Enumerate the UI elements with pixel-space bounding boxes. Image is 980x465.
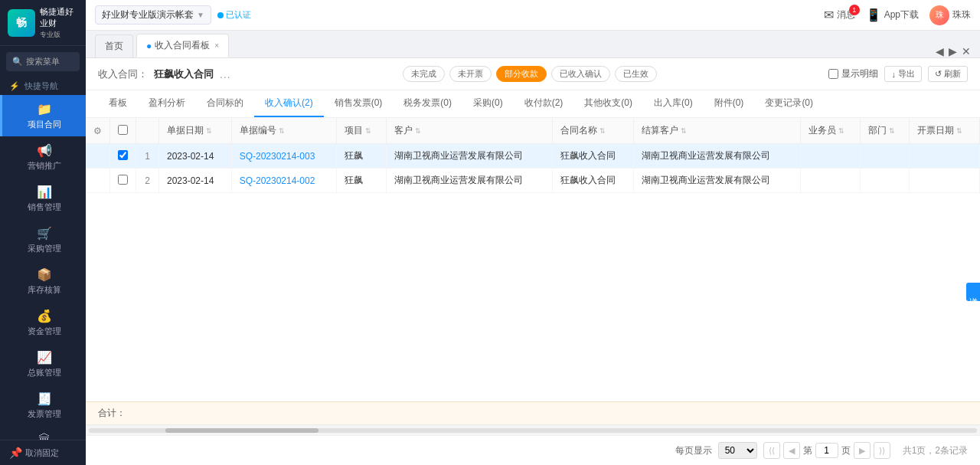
th-settings[interactable]: ⚙ — [86, 118, 110, 144]
row-number[interactable]: SQ-20230214-003 — [231, 144, 337, 169]
per-page-select[interactable]: 50 20 100 — [718, 442, 757, 459]
purchase-icon: 🛒 — [37, 225, 52, 241]
scrollbar-track — [89, 428, 977, 433]
tab-sales-invoice[interactable]: 销售发票(0) — [324, 90, 394, 117]
show-detail-checkbox[interactable] — [828, 69, 838, 79]
row-project: 狂飙 — [337, 169, 386, 193]
sidebar-item-ledger[interactable]: 📈 总账管理 — [0, 343, 86, 385]
more-options-button[interactable]: ... — [220, 68, 231, 80]
inventory-icon: 📦 — [37, 267, 52, 282]
tab-other-receipts[interactable]: 其他收支(0) — [573, 90, 643, 117]
tab-change-log[interactable]: 变更记录(0) — [754, 90, 824, 117]
status-incomplete-btn[interactable]: 未完成 — [403, 66, 445, 82]
sidebar-item-sales[interactable]: 📊 销售管理 — [0, 178, 86, 219]
tab-warehouse[interactable]: 出入库(0) — [643, 90, 704, 117]
row-project: 狂飙 — [337, 144, 386, 169]
tab-profit[interactable]: 盈利分析 — [138, 90, 196, 117]
row-date: 2023-02-14 — [159, 144, 232, 169]
app-download-button[interactable]: 📱 App下载 — [866, 8, 919, 22]
tab-contract-subject[interactable]: 合同标的 — [196, 90, 254, 117]
sidebar-item-inventory[interactable]: 📦 库存核算 — [0, 260, 86, 302]
row-select-checkbox[interactable] — [118, 175, 128, 185]
th-project[interactable]: 项目 ⇅ — [337, 118, 386, 144]
table-area[interactable]: ⚙ 单据日期 ⇅ — [86, 118, 980, 401]
refresh-button[interactable]: ↺ 刷新 — [928, 66, 968, 82]
company-selector[interactable]: 好业财专业版演示帐套 ▼ — [95, 5, 211, 25]
sort-icon: ⇅ — [956, 127, 962, 135]
status-partial-btn[interactable]: 部分收款 — [496, 66, 547, 82]
status-confirmed-btn[interactable]: 已收入确认 — [551, 66, 610, 82]
topbar: 好业财专业版演示帐套 ▼ 已认证 ✉ 1 消息 📱 App下载 珠 珠珠 — [86, 0, 980, 31]
tab-prev-button[interactable]: ◀ — [936, 45, 944, 57]
page-number-input[interactable] — [815, 443, 838, 458]
page-last-button[interactable]: ⟩⟩ — [874, 442, 890, 459]
table-row[interactable]: 1 2023-02-14 SQ-20230214-003 狂飙 湖南卫视商业运营… — [86, 144, 980, 169]
tab-close-all-button[interactable]: ✕ — [962, 45, 971, 57]
tab-tax-invoice[interactable]: 税务发票(0) — [393, 90, 462, 117]
tab-revenue-confirm[interactable]: 收入确认(2) — [254, 90, 324, 117]
contract-title-name: 狂飙收入合同 — [154, 67, 214, 81]
th-date[interactable]: 单据日期 ⇅ — [159, 118, 232, 144]
sidebar-item-invoice[interactable]: 🧾 发票管理 — [0, 385, 86, 426]
detail-side-panel-button[interactable]: 详情 — [966, 283, 980, 301]
row-select-checkbox[interactable] — [118, 150, 128, 160]
row-number-link[interactable]: SQ-20230214-003 — [240, 151, 315, 162]
sidebar-item-purchase[interactable]: 🛒 采购管理 — [0, 219, 86, 260]
tab-nav-controls: ◀ ▶ ✕ — [936, 45, 971, 57]
th-checkbox[interactable] — [110, 118, 136, 144]
row-number[interactable]: SQ-20230214-002 — [231, 169, 337, 193]
unpin-button[interactable]: 📌 取消固定 — [0, 440, 86, 465]
sidebar-item-project-contract[interactable]: 📁 项目合同 — [0, 95, 86, 136]
row-checkbox[interactable] — [110, 144, 136, 169]
horizontal-scrollbar[interactable] — [86, 424, 980, 435]
sidebar-item-tax[interactable]: 🏛 税务管理 — [0, 426, 86, 440]
sidebar-nav: 📁 项目合同 📢 营销推广 📊 销售管理 🛒 采购管理 📦 库存核算 💰 资金管… — [0, 95, 86, 440]
th-settlement-customer[interactable]: 结算客户 ⇅ — [634, 118, 800, 144]
th-contract-name[interactable]: 合同名称 ⇅ — [552, 118, 634, 144]
th-open-date[interactable]: 开票日期 ⇅ — [910, 118, 980, 144]
sort-icon: ⇅ — [279, 127, 285, 135]
row-open-date — [910, 169, 980, 193]
user-avatar-area[interactable]: 珠 珠珠 — [929, 5, 971, 25]
message-button[interactable]: ✉ 1 消息 — [824, 8, 855, 22]
row-checkbox[interactable] — [110, 169, 136, 193]
tab-board[interactable]: 看板 — [98, 90, 138, 117]
tab-attachments[interactable]: 附件(0) — [704, 90, 755, 117]
scrollbar-thumb[interactable] — [165, 428, 318, 433]
status-uninvoiced-btn[interactable]: 未开票 — [449, 66, 492, 82]
tab-payment[interactable]: 收付款(2) — [514, 90, 574, 117]
page-next-button[interactable]: ▶ — [854, 442, 871, 459]
th-number[interactable]: 单据编号 ⇅ — [231, 118, 337, 144]
invoice-icon: 🧾 — [37, 391, 52, 406]
close-icon[interactable]: × — [214, 41, 219, 50]
notification-badge: 1 — [849, 5, 860, 15]
contract-actions: 显示明细 ↓ 导出 ↺ 刷新 — [828, 66, 968, 82]
status-effective-btn[interactable]: 已生效 — [615, 66, 657, 82]
page-first-button[interactable]: ⟨⟨ — [763, 442, 780, 459]
tab-contract-board[interactable]: ● 收入合同看板 × — [136, 34, 229, 57]
th-department[interactable]: 部门 ⇅ — [860, 118, 909, 144]
row-settings — [86, 144, 110, 169]
show-detail-checkbox-area[interactable]: 显示明细 — [828, 66, 878, 82]
tab-purchase[interactable]: 采购(0) — [462, 90, 514, 117]
page-prev-button[interactable]: ◀ — [783, 442, 800, 459]
export-button[interactable]: ↓ 导出 — [884, 66, 922, 82]
tab-home-label: 首页 — [105, 40, 123, 53]
search-menu-button[interactable]: 🔍 搜索菜单 — [6, 52, 80, 71]
tab-home[interactable]: 首页 — [95, 34, 133, 57]
topbar-left: 好业财专业版演示帐套 ▼ 已认证 — [95, 5, 251, 25]
content-area: 收入合同： 狂飙收入合同 ... 未完成 未开票 部分收款 已收入确认 已生效 … — [86, 58, 980, 465]
select-all-checkbox[interactable] — [118, 125, 128, 135]
th-sales-rep[interactable]: 业务员 ⇅ — [800, 118, 860, 144]
row-number-link[interactable]: SQ-20230214-002 — [240, 175, 315, 186]
tab-contract-board-label: 收入合同看板 — [155, 39, 210, 52]
page-summary: 共1页，2条记录 — [903, 444, 968, 457]
sidebar-item-marketing[interactable]: 📢 营销推广 — [0, 136, 86, 178]
th-customer[interactable]: 客户 ⇅ — [386, 118, 552, 144]
tab-next-button[interactable]: ▶ — [949, 45, 957, 57]
row-num: 2 — [136, 169, 159, 193]
sidebar-item-finance[interactable]: 💰 资金管理 — [0, 302, 86, 343]
row-sales-rep — [800, 144, 860, 169]
settings-icon[interactable]: ⚙ — [93, 126, 102, 136]
table-row[interactable]: 2 2023-02-14 SQ-20230214-002 狂飙 湖南卫视商业运营… — [86, 169, 980, 193]
